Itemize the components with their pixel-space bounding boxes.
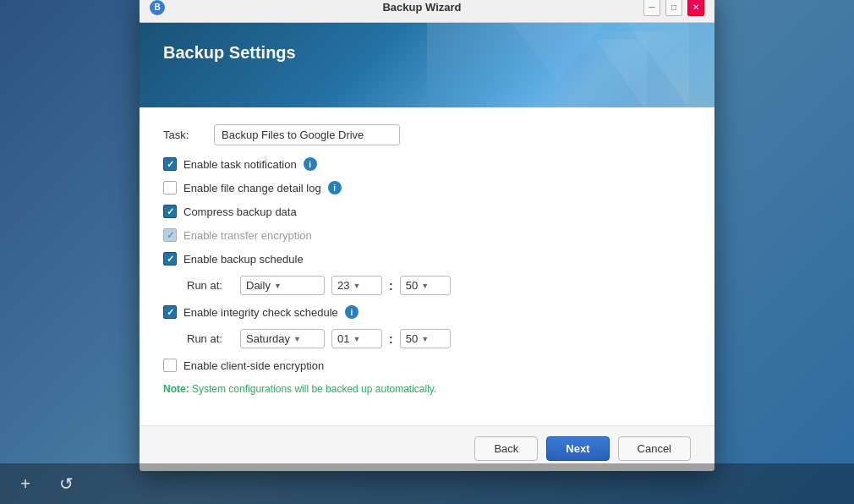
titlebar: B Backup Wizard ─ □ ✕ (140, 0, 714, 23)
integrity-check-label: Enable integrity check schedule (183, 306, 338, 319)
window-title: Backup Wizard (200, 1, 643, 14)
file-change-info-icon[interactable]: i (328, 181, 342, 194)
content-area: Task: Enable task notification i Enable … (140, 107, 714, 425)
task-row: Task: (163, 124, 691, 145)
task-label: Task: (163, 129, 214, 141)
integrity-day-select[interactable]: Saturday ▼ (240, 329, 325, 348)
client-enc-checkbox[interactable] (163, 359, 177, 372)
app-icon: B (150, 0, 165, 15)
client-enc-row: Enable client-side encryption (163, 359, 691, 372)
task-input[interactable] (214, 124, 400, 145)
window-controls: ─ □ ✕ (643, 0, 704, 16)
cancel-button[interactable]: Cancel (618, 436, 691, 461)
transfer-enc-label: Enable transfer encryption (183, 229, 312, 242)
integrity-hour-select[interactable]: 01 ▼ (331, 329, 382, 348)
close-button[interactable]: ✕ (687, 0, 704, 16)
file-change-checkbox[interactable] (163, 181, 177, 194)
transfer-enc-checkbox (163, 228, 177, 242)
page-title: Backup Settings (163, 43, 691, 63)
decorative-shapes (495, 23, 714, 107)
integrity-minute-chevron: ▼ (421, 335, 429, 343)
backup-wizard-window: B Backup Wizard ─ □ ✕ Backup Settings Ta… (140, 0, 714, 471)
compress-checkbox[interactable] (163, 205, 177, 218)
backup-frequency-select[interactable]: Daily ▼ (240, 276, 325, 295)
notification-checkbox[interactable] (163, 157, 177, 171)
transfer-enc-row: Enable transfer encryption (163, 228, 691, 242)
backup-schedule-time-row: Run at: Daily ▼ 23 ▼ : 50 ▼ (187, 276, 691, 295)
taskbar-history-button[interactable]: ↺ (54, 472, 78, 496)
backup-hour-value: 23 (337, 279, 349, 292)
notification-row: Enable task notification i (163, 157, 691, 171)
integrity-check-checkbox[interactable] (163, 305, 177, 319)
backup-frequency-value: Daily (246, 279, 271, 292)
compress-row: Compress backup data (163, 205, 691, 218)
backup-minute-chevron: ▼ (421, 282, 429, 290)
backup-frequency-chevron: ▼ (274, 282, 282, 290)
compress-label: Compress backup data (183, 205, 297, 218)
backup-minute-select[interactable]: 50 ▼ (400, 276, 451, 295)
titlebar-left: B (150, 0, 200, 15)
taskbar-add-button[interactable]: + (14, 472, 37, 496)
file-change-label: Enable file change detail log (183, 182, 321, 194)
next-button[interactable]: Next (546, 436, 609, 461)
integrity-check-row: Enable integrity check schedule i (163, 305, 691, 319)
notification-info-icon[interactable]: i (304, 157, 317, 171)
note-content: System configurations will be backed up … (192, 383, 436, 395)
note-bold: Note: (163, 383, 189, 395)
back-button[interactable]: Back (474, 436, 538, 461)
backup-minute-value: 50 (406, 279, 418, 292)
backup-hour-select[interactable]: 23 ▼ (331, 276, 382, 295)
integrity-time-colon: : (389, 332, 393, 346)
backup-hour-chevron: ▼ (353, 282, 360, 290)
maximize-button[interactable]: □ (665, 0, 682, 16)
backup-schedule-row: Enable backup schedule (163, 252, 691, 266)
file-change-row: Enable file change detail log i (163, 181, 691, 194)
minimize-button[interactable]: ─ (643, 0, 660, 16)
integrity-hour-value: 01 (337, 332, 349, 345)
backup-schedule-label: Enable backup schedule (183, 253, 304, 266)
history-icon: ↺ (59, 474, 74, 494)
integrity-minute-select[interactable]: 50 ▼ (400, 329, 451, 348)
integrity-schedule-time-row: Run at: Saturday ▼ 01 ▼ : 50 ▼ (187, 329, 691, 348)
notification-label: Enable task notification (183, 158, 297, 171)
header-banner: Backup Settings (140, 23, 714, 107)
backup-schedule-checkbox[interactable] (163, 252, 177, 266)
note-row: Note: System configurations will be back… (163, 382, 691, 395)
integrity-minute-value: 50 (406, 332, 418, 345)
integrity-day-chevron: ▼ (293, 335, 301, 343)
note-text: Note: System configurations will be back… (163, 383, 436, 395)
integrity-day-value: Saturday (246, 332, 290, 345)
backup-run-at-label: Run at: (187, 279, 233, 292)
integrity-check-info-icon[interactable]: i (345, 305, 359, 319)
integrity-run-at-label: Run at: (187, 332, 233, 345)
integrity-hour-chevron: ▼ (353, 335, 360, 343)
add-icon: + (20, 474, 30, 494)
taskbar: + ↺ (0, 463, 854, 504)
client-enc-label: Enable client-side encryption (183, 359, 324, 372)
backup-time-colon: : (389, 279, 393, 293)
